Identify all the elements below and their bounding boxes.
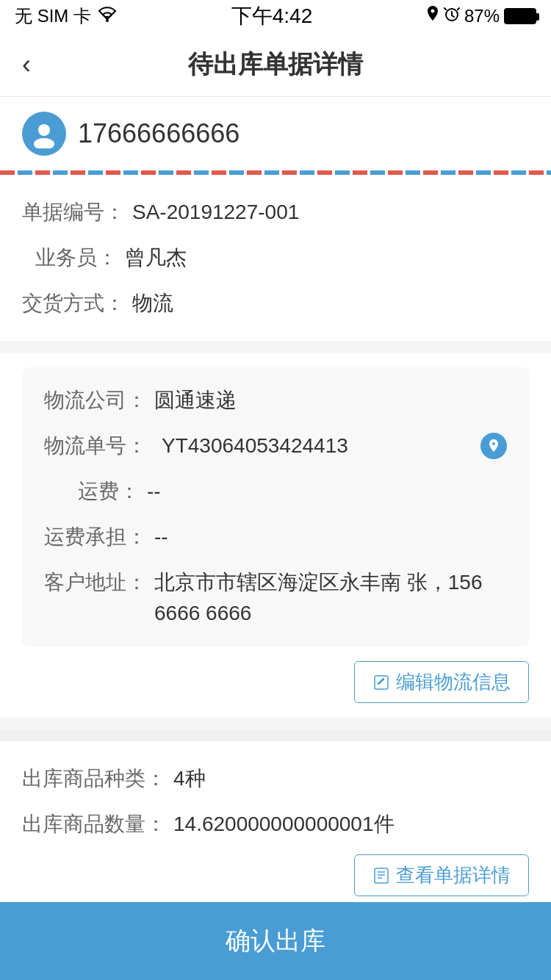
gray-divider [0,729,551,741]
tracking-no-row: 物流单号： YT43064053424413 [44,430,507,461]
customer-phone: 17666666666 [78,118,240,149]
svg-point-2 [38,124,50,136]
bottom-bar: 确认出库 [0,902,551,980]
svg-rect-5 [375,868,388,883]
order-info-section: 单据编号： SA-20191227-001 业务员： 曾凡杰 交货方式： 物流 [0,175,551,341]
delivery-method-row: 交货方式： 物流 [22,288,529,319]
document-icon [372,867,390,884]
type-count-row: 出库商品种类： 4种 [22,763,529,794]
nav-bar: ‹ 待出库单据详情 [0,32,551,97]
type-count-label: 出库商品种类： [22,763,173,794]
quantity-value: 14.620000000000001件 [173,809,529,840]
tracking-no-label: 物流单号： [44,430,154,461]
salesperson-label: 业务员： [22,242,125,273]
delivery-method-label: 交货方式： [22,288,132,319]
svg-point-0 [106,19,109,22]
view-detail-label: 查看单据详情 [396,862,511,888]
address-value: 北京市市辖区海淀区永丰南 张，156 6666 6666 [154,567,507,629]
quantity-label: 出库商品数量： [22,809,173,840]
type-count-value: 4种 [173,763,529,794]
customer-header: 17666666666 [0,97,551,170]
freight-value: -- [147,476,507,507]
location-status-icon [426,6,439,26]
view-detail-button[interactable]: 查看单据详情 [354,854,529,896]
status-bar: 无 SIM 卡 下午4:42 87% [0,0,551,32]
alarm-status-icon [444,6,460,26]
logistics-section: 物流公司： 圆通速递 物流单号： YT43064053424413 运费： --… [0,353,551,718]
status-left: 无 SIM 卡 [15,4,118,28]
freight-label: 运费： [44,476,147,507]
freight-bearer-row: 运费承担： -- [44,522,507,552]
freight-bearer-value: -- [154,522,507,552]
delivery-method-value: 物流 [132,288,529,319]
svg-point-3 [34,138,54,148]
logistics-card: 物流公司： 圆通速递 物流单号： YT43064053424413 运费： --… [22,367,529,646]
freight-row: 运费： -- [44,476,507,507]
edit-logistics-label: 编辑物流信息 [396,669,511,695]
logistics-company-row: 物流公司： 圆通速递 [44,385,507,416]
address-label: 客户地址： [44,567,154,598]
quantity-row: 出库商品数量： 14.620000000000001件 [22,809,529,840]
track-location-icon[interactable] [480,433,507,459]
battery-text: 87% [464,6,500,26]
back-button[interactable]: ‹ [22,49,31,80]
avatar [22,112,66,156]
view-detail-btn-container: 查看单据详情 [22,854,529,896]
battery-icon [504,8,536,24]
address-row: 客户地址： 北京市市辖区海淀区永丰南 张，156 6666 6666 [44,567,507,629]
goods-section: 出库商品种类： 4种 出库商品数量： 14.620000000000001件 查… [0,741,551,918]
logistics-company-value: 圆通速递 [154,385,507,416]
document-no-value: SA-20191227-001 [132,197,529,228]
document-no-row: 单据编号： SA-20191227-001 [22,197,529,228]
carrier-text: 无 SIM 卡 [15,4,91,28]
wifi-icon [97,6,118,26]
edit-icon [372,674,390,691]
salesperson-value: 曾凡杰 [125,242,529,273]
confirm-outbound-button[interactable]: 确认出库 [22,924,529,958]
edit-logistics-btn-container: 编辑物流信息 [22,661,529,703]
edit-logistics-button[interactable]: 编辑物流信息 [354,661,529,703]
status-time: 下午4:42 [231,2,313,30]
salesperson-row: 业务员： 曾凡杰 [22,242,529,273]
status-right: 87% [426,6,536,26]
document-no-label: 单据编号： [22,197,132,228]
freight-bearer-label: 运费承担： [44,522,154,552]
tracking-no-value: YT43064053424413 [162,430,473,461]
logistics-company-label: 物流公司： [44,385,154,416]
page-title: 待出库单据详情 [188,48,363,82]
